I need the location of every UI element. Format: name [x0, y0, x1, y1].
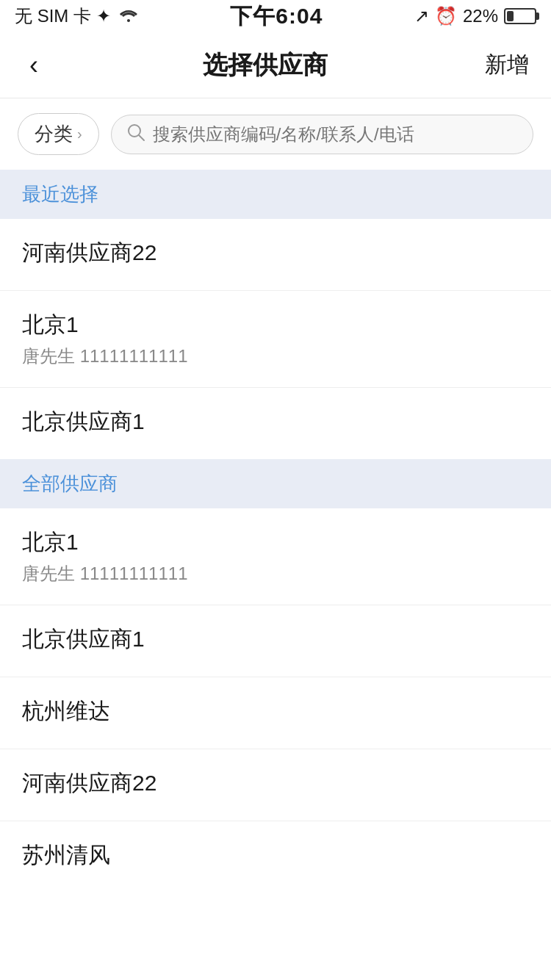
nav-bar: ‹ 选择供应商 新增 — [0, 32, 551, 98]
all-list-item[interactable]: 苏州清风 — [0, 821, 551, 893]
recent-section-header: 最近选择 — [0, 170, 551, 219]
all-items-list: 北京1唐先生 11111111111北京供应商1杭州维达河南供应商22苏州清风 — [0, 508, 551, 893]
recent-list-item[interactable]: 北京1唐先生 11111111111 — [0, 291, 551, 388]
battery-percentage: 22% — [463, 6, 498, 26]
item-name: 河南供应商22 — [22, 768, 529, 799]
recent-list-item[interactable]: 河南供应商22 — [0, 219, 551, 291]
alarm-icon: ⏰ — [435, 6, 457, 26]
item-name: 北京供应商1 — [22, 407, 529, 437]
svg-line-1 — [139, 135, 144, 140]
item-name: 苏州清风 — [22, 840, 529, 871]
category-button[interactable]: 分类 › — [18, 113, 99, 155]
item-sub: 唐先生 11111111111 — [22, 562, 529, 586]
add-button[interactable]: 新增 — [485, 50, 529, 80]
recent-items-list: 河南供应商22北京1唐先生 11111111111北京供应商1 — [0, 219, 551, 459]
item-name: 河南供应商22 — [22, 238, 529, 268]
all-list-item[interactable]: 杭州维达 — [0, 677, 551, 749]
all-section-header: 全部供应商 — [0, 459, 551, 508]
status-right: ↗ ⏰ 22% — [414, 6, 536, 26]
back-button[interactable]: ‹ — [22, 43, 46, 88]
search-input[interactable] — [153, 124, 518, 145]
sim-status: 无 SIM 卡 ✦ — [15, 4, 111, 28]
item-sub: 唐先生 11111111111 — [22, 345, 529, 368]
filter-bar: 分类 › — [0, 98, 551, 170]
status-bar: 无 SIM 卡 ✦ 下午6:04 ↗ ⏰ 22% — [0, 0, 551, 32]
item-name: 北京供应商1 — [22, 624, 529, 655]
time-display: 下午6:04 — [230, 1, 323, 32]
item-name: 北京1 — [22, 527, 529, 558]
search-icon — [126, 123, 145, 146]
chevron-right-icon: › — [77, 126, 82, 143]
wifi-icon — [118, 6, 139, 26]
recent-list-item[interactable]: 北京供应商1 — [0, 388, 551, 459]
category-label: 分类 — [35, 121, 73, 147]
item-name: 杭州维达 — [22, 696, 529, 727]
battery-icon — [504, 8, 536, 24]
all-list-item[interactable]: 河南供应商22 — [0, 749, 551, 821]
location-icon: ↗ — [414, 6, 429, 26]
item-name: 北京1 — [22, 310, 529, 340]
all-list-item[interactable]: 北京1唐先生 11111111111 — [0, 508, 551, 605]
status-left: 无 SIM 卡 ✦ — [15, 4, 139, 28]
recent-section-label: 最近选择 — [22, 183, 98, 205]
page-title: 选择供应商 — [203, 48, 328, 82]
all-section-label: 全部供应商 — [22, 472, 118, 494]
search-box[interactable] — [111, 115, 533, 154]
all-list-item[interactable]: 北京供应商1 — [0, 605, 551, 677]
